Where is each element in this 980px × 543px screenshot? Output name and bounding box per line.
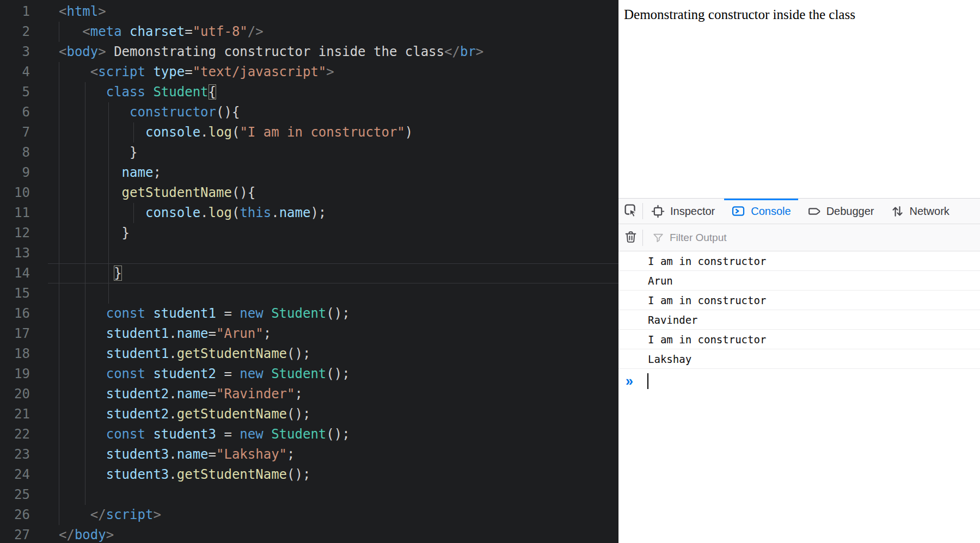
indent-guide: [108, 223, 109, 243]
line-number[interactable]: 1: [0, 2, 30, 22]
line-number[interactable]: 5: [0, 82, 30, 102]
line-number[interactable]: 3: [0, 42, 30, 62]
line-number[interactable]: 21: [0, 404, 30, 424]
code-token: (){: [216, 104, 240, 120]
code-line-26[interactable]: 26 </script>: [0, 505, 618, 525]
code-token: =: [216, 366, 240, 381]
tab-console[interactable]: Console: [724, 199, 798, 224]
code-token: [59, 24, 82, 39]
line-number[interactable]: 14: [0, 263, 30, 283]
code-line-9[interactable]: 9 name;: [0, 163, 618, 183]
line-number[interactable]: 11: [0, 203, 30, 223]
line-number[interactable]: 18: [0, 344, 30, 364]
code-token: >: [106, 527, 114, 542]
clear-console-button[interactable]: [618, 224, 642, 251]
code-token: =: [209, 447, 216, 462]
line-number[interactable]: 8: [0, 143, 30, 163]
code-line-14[interactable]: 14 }: [0, 263, 618, 283]
tab-inspector[interactable]: Inspector: [644, 199, 722, 224]
console-log-row: I am in constructor: [618, 291, 980, 310]
code-token: student2: [106, 386, 169, 402]
line-number[interactable]: 2: [0, 22, 30, 42]
code-line-22[interactable]: 22 const student3 = new Student();: [0, 424, 618, 445]
line-number[interactable]: 25: [0, 485, 30, 505]
line-number[interactable]: 23: [0, 445, 30, 465]
line-number[interactable]: 17: [0, 324, 30, 344]
line-number[interactable]: 24: [0, 465, 30, 485]
line-number[interactable]: 9: [0, 163, 30, 183]
code-line-18[interactable]: 18 student1.getStudentName();: [0, 344, 618, 364]
code-token: }: [130, 145, 137, 160]
line-number[interactable]: 4: [0, 62, 30, 82]
line-number[interactable]: 22: [0, 424, 30, 445]
code-token: student3: [106, 447, 169, 462]
code-token: [145, 306, 153, 321]
line-number[interactable]: 7: [0, 122, 30, 143]
code-token: const: [106, 427, 145, 442]
code-line-20[interactable]: 20 student2.name="Ravinder";: [0, 384, 618, 404]
code-token: </: [90, 507, 106, 522]
code-line-10[interactable]: 10 getStudentName(){: [0, 183, 618, 203]
line-number[interactable]: 19: [0, 364, 30, 384]
code-line-4[interactable]: 4 <script type="text/javascript">: [0, 62, 618, 82]
code-line-11[interactable]: 11 console.log(this.name);: [0, 203, 618, 223]
line-number[interactable]: 15: [0, 283, 30, 304]
code-token: getStudentName: [177, 346, 287, 361]
code-line-7[interactable]: 7 console.log("I am in constructor"): [0, 122, 618, 143]
code-token: .: [271, 205, 279, 220]
code-token: [59, 467, 106, 482]
code-line-2[interactable]: 2 <meta charset="utf-8"/>: [0, 22, 618, 42]
code-line-3[interactable]: 3<body> Demonstrating constructor inside…: [0, 42, 618, 62]
code-line-16[interactable]: 16 const student1 = new Student();: [0, 304, 618, 324]
code-token: [145, 366, 153, 381]
tab-debugger[interactable]: Debugger: [800, 199, 881, 224]
code-line-6[interactable]: 6 constructor(){: [0, 102, 618, 122]
filter-output-input[interactable]: [669, 231, 932, 244]
code-editor[interactable]: 1<html>2 <meta charset="utf-8"/>3<body> …: [0, 0, 618, 543]
code-token: [59, 406, 106, 422]
code-token: [59, 104, 130, 120]
code-line-24[interactable]: 24 student3.getStudentName();: [0, 465, 618, 485]
indent-guide: [59, 163, 59, 183]
code-token: new: [240, 306, 263, 321]
code-token: "Arun": [216, 326, 264, 341]
code-token: getStudentName: [122, 185, 232, 200]
code-token: html: [66, 4, 98, 19]
console-input[interactable]: »: [618, 369, 980, 393]
line-number[interactable]: 20: [0, 384, 30, 404]
line-number[interactable]: 26: [0, 505, 30, 525]
console-log-row: Arun: [618, 271, 980, 291]
line-number[interactable]: 12: [0, 223, 30, 243]
code-line-21[interactable]: 21 student2.getStudentName();: [0, 404, 618, 424]
code-line-13[interactable]: 13: [0, 243, 618, 263]
code-line-12[interactable]: 12 }: [0, 223, 618, 243]
devtools: InspectorConsoleDebuggerNetwork I am in …: [618, 199, 980, 393]
indent-guide: [108, 263, 109, 283]
line-number[interactable]: 27: [0, 525, 30, 543]
code-line-8[interactable]: 8 }: [0, 143, 618, 163]
code-line-15[interactable]: 15: [0, 283, 618, 304]
code-token: <: [59, 4, 66, 19]
code-text: }: [59, 263, 122, 283]
indent-guide: [59, 203, 59, 223]
devtools-tabbar: InspectorConsoleDebuggerNetwork: [618, 199, 980, 224]
indent-guide: [85, 143, 85, 163]
line-number[interactable]: 10: [0, 183, 30, 203]
code-line-1[interactable]: 1<html>: [0, 2, 618, 22]
code-token: .: [169, 406, 176, 422]
code-token: student2: [153, 366, 216, 381]
tab-network[interactable]: Network: [884, 199, 957, 224]
code-token: );: [310, 205, 326, 220]
line-number[interactable]: 6: [0, 102, 30, 122]
code-line-19[interactable]: 19 const student2 = new Student();: [0, 364, 618, 384]
line-number[interactable]: 16: [0, 304, 30, 324]
line-number[interactable]: 13: [0, 243, 30, 263]
code-line-23[interactable]: 23 student3.name="Lakshay";: [0, 445, 618, 465]
code-line-27[interactable]: 27</body>: [0, 525, 618, 543]
pick-element-button[interactable]: [618, 199, 642, 224]
code-line-5[interactable]: 5 class Student{: [0, 82, 618, 102]
code-line-25[interactable]: 25: [0, 485, 618, 505]
code-line-17[interactable]: 17 student1.name="Arun";: [0, 324, 618, 344]
indent-guide: [59, 364, 59, 384]
code-token: [264, 306, 271, 321]
